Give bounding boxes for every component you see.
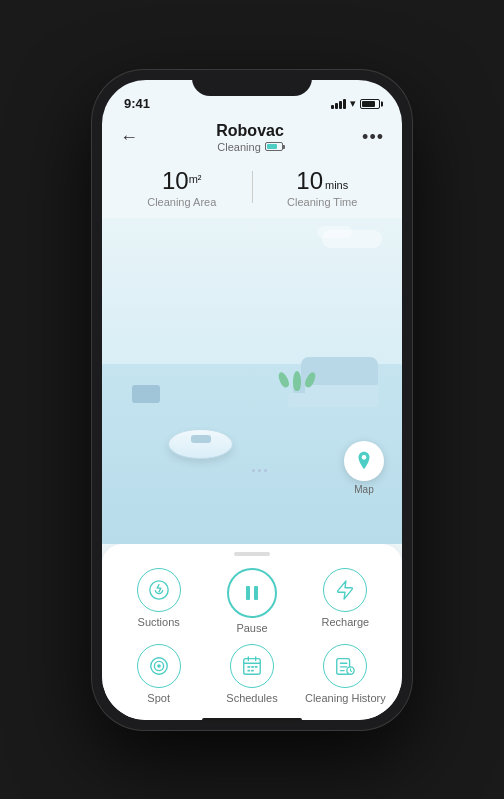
cleaning-time-stat: 10mins Cleaning Time xyxy=(263,167,383,208)
recharge-control[interactable]: Recharge xyxy=(299,568,392,634)
cleaning-area-value: 10m² xyxy=(122,167,242,195)
plant-leaves xyxy=(282,371,312,391)
status-icons: ▾ xyxy=(331,97,380,110)
wifi-icon: ▾ xyxy=(350,97,356,110)
dirt-dot-2 xyxy=(258,469,261,472)
notch xyxy=(192,70,312,96)
pause-control[interactable]: Pause xyxy=(205,568,298,634)
svg-rect-8 xyxy=(251,666,254,668)
pause-icon xyxy=(240,581,264,605)
phone-frame: 9:41 ▾ ← Robovac Cleaning xyxy=(92,70,412,730)
spot-label: Spot xyxy=(147,692,170,704)
schedules-control[interactable]: Schedules xyxy=(205,644,298,704)
map-button[interactable]: Map xyxy=(344,441,384,495)
dirt-dot-1 xyxy=(252,469,255,472)
map-label: Map xyxy=(354,484,373,495)
pause-label: Pause xyxy=(236,622,267,634)
laptop xyxy=(132,385,160,403)
plant-pot xyxy=(288,393,306,407)
more-button[interactable]: ••• xyxy=(362,127,384,148)
status-time: 9:41 xyxy=(124,96,150,111)
controls-grid: Suctions Pause xyxy=(102,568,402,704)
spot-icon xyxy=(148,655,170,677)
stat-divider xyxy=(252,171,253,203)
svg-rect-11 xyxy=(251,669,254,671)
svg-rect-10 xyxy=(247,669,250,671)
signal-icon xyxy=(331,99,346,109)
recharge-icon xyxy=(334,579,356,601)
spot-control[interactable]: Spot xyxy=(112,644,205,704)
cloud-2 xyxy=(317,226,352,238)
bottom-panel: Suctions Pause xyxy=(102,544,402,720)
header: ← Robovac Cleaning ••• xyxy=(102,118,402,161)
cleaning-area-stat: 10m² Cleaning Area xyxy=(122,167,242,208)
suctions-label: Suctions xyxy=(138,616,180,628)
schedules-label: Schedules xyxy=(226,692,277,704)
phone-screen: 9:41 ▾ ← Robovac Cleaning xyxy=(102,80,402,720)
room-illustration: Map xyxy=(102,218,402,544)
home-bar xyxy=(202,718,302,722)
battery-icon xyxy=(360,99,380,109)
cleaning-area-label: Cleaning Area xyxy=(122,196,242,208)
spot-button xyxy=(137,644,181,688)
cleaning-time-label: Cleaning Time xyxy=(263,196,383,208)
header-center: Robovac Cleaning xyxy=(216,122,284,153)
robot-vacuum xyxy=(168,429,233,459)
cleaning-history-control[interactable]: Cleaning History xyxy=(299,644,392,704)
svg-rect-2 xyxy=(254,586,258,600)
svg-point-0 xyxy=(362,455,367,460)
schedules-icon xyxy=(241,655,263,677)
svg-rect-1 xyxy=(246,586,250,600)
plant xyxy=(282,371,312,407)
device-battery-icon xyxy=(265,142,283,151)
dirt-dot-3 xyxy=(264,469,267,472)
cleaning-history-button xyxy=(323,644,367,688)
schedules-button xyxy=(230,644,274,688)
device-title: Robovac xyxy=(216,122,284,140)
robot-sensor xyxy=(191,435,211,443)
drag-handle xyxy=(234,552,270,556)
recharge-button xyxy=(323,568,367,612)
suctions-icon xyxy=(148,579,170,601)
svg-rect-9 xyxy=(255,666,258,668)
device-status: Cleaning xyxy=(216,141,284,153)
svg-point-5 xyxy=(157,664,161,668)
cleaning-history-icon xyxy=(334,655,356,677)
robot-body xyxy=(168,429,233,459)
map-button-circle xyxy=(344,441,384,481)
stats-bar: 10m² Cleaning Area 10mins Cleaning Time xyxy=(102,161,402,218)
cleaning-history-label: Cleaning History xyxy=(305,692,386,704)
cleaning-time-value: 10mins xyxy=(263,167,383,195)
suctions-control[interactable]: Suctions xyxy=(112,568,205,634)
map-pin-icon xyxy=(353,450,375,472)
svg-rect-7 xyxy=(247,666,250,668)
dirt-particles xyxy=(252,469,267,472)
status-text: Cleaning xyxy=(217,141,260,153)
recharge-label: Recharge xyxy=(321,616,369,628)
back-button[interactable]: ← xyxy=(120,127,138,148)
pause-button xyxy=(227,568,277,618)
suctions-button xyxy=(137,568,181,612)
leaf-2 xyxy=(293,371,301,391)
